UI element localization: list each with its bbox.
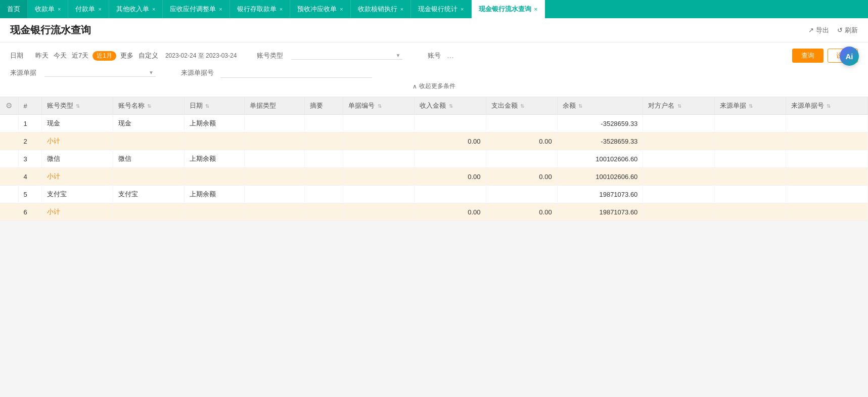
cell-balance: -3528659.33 — [557, 133, 643, 150]
cell-account-name — [113, 133, 184, 150]
close-icon[interactable]: × — [280, 6, 283, 12]
close-icon[interactable]: × — [98, 6, 101, 12]
nav-item-label: 银行存取款单 — [237, 5, 277, 14]
last1m-btn[interactable]: 近1月 — [93, 51, 116, 61]
source-doc-select[interactable]: ▼ — [44, 69, 156, 77]
nav-home[interactable]: 首页 — [0, 0, 28, 18]
col-source-doc-label: 来源单据 — [720, 102, 746, 109]
cell-doc-type — [244, 168, 304, 186]
col-income[interactable]: 收入金额 ⇅ — [415, 97, 486, 115]
col-doc-no[interactable]: 单据编号 ⇅ — [343, 97, 415, 115]
cell-counterparty — [643, 150, 714, 168]
date-range-display: 2023-02-24 至 2023-03-24 — [165, 52, 237, 60]
cell-date: 上期余额 — [184, 150, 244, 168]
cell-date — [184, 203, 244, 221]
table-row: 1现金现金上期余额-3528659.33 — [0, 115, 868, 133]
cell-source-doc-no — [786, 133, 867, 150]
cell-counterparty — [643, 168, 714, 186]
cell-source-doc — [714, 168, 786, 186]
top-nav: 首页 收款单 × 付款单 × 其他收入单 × 应收应付调整单 × 银行存取款单 … — [0, 0, 868, 18]
cell-income — [415, 150, 486, 168]
close-icon[interactable]: × — [152, 6, 155, 12]
custom-btn[interactable]: 自定义 — [138, 51, 159, 60]
col-expense[interactable]: 支出金额 ⇅ — [486, 97, 557, 115]
col-expense-label: 支出金额 — [491, 102, 518, 109]
date-label: 日期 — [10, 51, 30, 60]
gear-icon[interactable]: ⚙ — [6, 101, 12, 110]
cell-account-name: 微信 — [113, 150, 184, 168]
cell-account-type: 小计 — [41, 133, 113, 150]
cell-doc-no — [343, 203, 415, 221]
col-counterparty[interactable]: 对方户名 ⇅ — [643, 97, 714, 115]
sort-arrows-expense: ⇅ — [520, 103, 524, 109]
sort-arrows-income: ⇅ — [449, 103, 453, 109]
cell-summary — [304, 203, 343, 221]
cell-counterparty — [643, 115, 714, 133]
more-btn[interactable]: 更多 — [119, 51, 134, 60]
account-type-select[interactable]: ▼ — [291, 52, 402, 60]
cell-num: 2 — [18, 133, 41, 150]
cell-balance: 100102606.60 — [557, 168, 643, 186]
cell-source-doc-no — [786, 150, 867, 168]
nav-yushouzhong[interactable]: 预收冲应收单 × — [290, 0, 350, 18]
cell-summary — [304, 115, 343, 133]
sort-arrows-account-name: ⇅ — [147, 103, 151, 109]
header-actions: ↗ 导出 ↺ 刷新 — [808, 26, 858, 35]
close-icon[interactable]: × — [340, 6, 343, 12]
nav-shoukuandan[interactable]: 收款单 × — [28, 0, 68, 18]
cell-doc-no — [343, 133, 415, 150]
close-icon[interactable]: × — [58, 6, 61, 12]
cell-doc-type — [244, 115, 304, 133]
cell-source-doc — [714, 133, 786, 150]
collapse-button[interactable]: ∧ 收起更多条件 — [10, 80, 858, 92]
source-doc-no-input[interactable] — [222, 69, 370, 76]
cell-num: 6 — [18, 203, 41, 221]
col-balance[interactable]: 余额 ⇅ — [557, 97, 643, 115]
account-type-label: 账号类型 — [257, 51, 287, 60]
cell-source-doc — [714, 186, 786, 203]
col-source-doc-no[interactable]: 来源单据号 ⇅ — [786, 97, 867, 115]
refresh-button[interactable]: ↺ 刷新 — [837, 26, 858, 35]
close-icon[interactable]: × — [219, 6, 222, 12]
close-icon[interactable]: × — [400, 6, 403, 12]
col-account-type[interactable]: 账号类型 ⇅ — [41, 97, 113, 115]
close-icon[interactable]: × — [461, 6, 464, 12]
nav-xianjinliushui[interactable]: 现金银行流水查询 × — [472, 0, 545, 18]
nav-item-label: 应收应付调整单 — [170, 5, 216, 14]
col-account-name[interactable]: 账号名称 ⇅ — [113, 97, 184, 115]
col-source-doc-no-label: 来源单据号 — [791, 102, 824, 109]
sort-arrows-date: ⇅ — [205, 103, 209, 109]
export-button[interactable]: ↗ 导出 — [808, 26, 829, 35]
cell-doc-no — [343, 186, 415, 203]
source-doc-no-input-wrap — [220, 68, 372, 78]
col-date[interactable]: 日期 ⇅ — [184, 97, 244, 115]
col-counterparty-label: 对方户名 — [648, 102, 674, 109]
last7-btn[interactable]: 近7天 — [71, 51, 89, 60]
cell-num: 5 — [18, 186, 41, 203]
nav-yinhangcunqu[interactable]: 银行存取款单 × — [230, 0, 290, 18]
cell-doc-no — [343, 168, 415, 186]
nav-shoukuanhexiao[interactable]: 收款核销执行 × — [351, 0, 411, 18]
refresh-label: 刷新 — [845, 26, 858, 35]
nav-fukuandan[interactable]: 付款单 × — [68, 0, 109, 18]
today-btn[interactable]: 今天 — [53, 51, 68, 60]
nav-yingshouyingfu[interactable]: 应收应付调整单 × — [163, 0, 230, 18]
ai-assistant-button[interactable]: Ai — [840, 47, 859, 66]
yesterday-btn[interactable]: 昨天 — [34, 51, 50, 60]
nav-item-label: 预收冲应收单 — [297, 5, 337, 14]
cell-expense — [486, 115, 557, 133]
cell-date — [184, 133, 244, 150]
cell-income: 0.00 — [415, 203, 486, 221]
col-gear[interactable]: ⚙ — [0, 97, 18, 115]
cell-account-type: 小计 — [41, 203, 113, 221]
col-source-doc[interactable]: 来源单据 ⇅ — [714, 97, 786, 115]
nav-qitashourU[interactable]: 其他收入单 × — [109, 0, 163, 18]
query-button[interactable]: 查询 — [792, 49, 824, 63]
cell-account-type: 支付宝 — [41, 186, 113, 203]
collapse-label: 收起更多条件 — [419, 82, 455, 91]
cell-expense — [486, 150, 557, 168]
cell-date — [184, 168, 244, 186]
nav-xianjinyinhangtongji[interactable]: 现金银行统计 × — [411, 0, 471, 18]
close-icon[interactable]: × — [534, 6, 537, 12]
account-dots-button[interactable]: ... — [447, 51, 453, 60]
